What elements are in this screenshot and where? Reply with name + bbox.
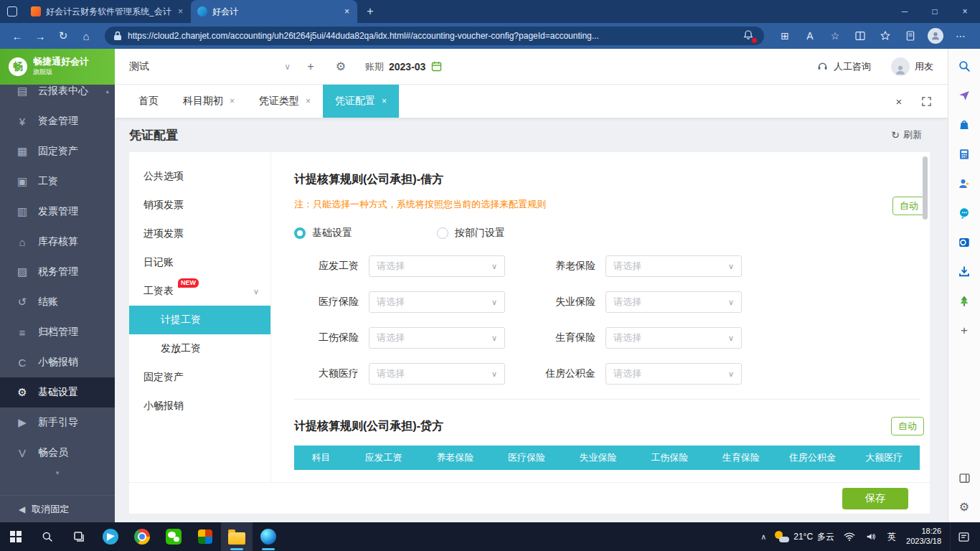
edge-icon[interactable] (253, 522, 284, 551)
reload-button[interactable]: ↻ (53, 26, 73, 46)
person-star-icon[interactable] (956, 175, 973, 192)
notifications-blocked-icon[interactable] (743, 29, 755, 42)
sidebar-scroll-up-icon[interactable]: ▴ (105, 88, 109, 95)
period-picker[interactable]: 账期 2023-03 (365, 60, 443, 73)
office-grid-app-icon[interactable] (189, 522, 221, 551)
tab-close-icon[interactable]: × (382, 96, 387, 106)
subnav-expense[interactable]: 小畅报销 (129, 392, 270, 420)
favorite-add-icon[interactable]: ☆ (827, 28, 843, 44)
sidebar-item-member[interactable]: V畅会员 (0, 438, 115, 468)
taskbar-search-button[interactable] (32, 522, 63, 551)
home-button[interactable]: ⌂ (76, 26, 96, 46)
select-gongshang-baoxian[interactable]: 请选择∨ (369, 327, 505, 349)
save-button[interactable]: 保存 (842, 488, 908, 509)
panel-scrollbar[interactable] (923, 156, 928, 220)
task-view-button[interactable] (63, 522, 95, 551)
auto-config-button-credit[interactable]: 自动 (891, 417, 924, 435)
sidebar-item-archive[interactable]: ≡归档管理 (0, 317, 115, 347)
maximize-button[interactable]: □ (920, 0, 950, 23)
minimize-button[interactable]: ─ (890, 0, 920, 23)
input-language-indicator[interactable]: 英 (886, 531, 897, 543)
tree-icon[interactable] (956, 293, 973, 310)
bird-app-icon[interactable] (95, 522, 126, 551)
browser-tab-2[interactable]: 好会计 × (191, 0, 357, 23)
customize-sidebar-icon[interactable] (956, 469, 973, 486)
sidebar-item-invoices[interactable]: ▥发票管理 (0, 197, 115, 227)
outlook-icon[interactable] (956, 234, 973, 251)
browser-menu-icon[interactable]: ⋯ (953, 28, 969, 44)
subnav-salary-accrual[interactable]: 计提工资 (129, 306, 270, 334)
chat-icon[interactable] (956, 204, 973, 222)
profile-avatar[interactable] (928, 28, 943, 44)
subnav-salary-payment[interactable]: 发放工资 (129, 334, 270, 363)
account-settings-icon[interactable]: ⚙ (331, 57, 351, 77)
user-menu[interactable]: 用友 (891, 57, 933, 76)
select-shiye-baoxian[interactable]: 请选择∨ (606, 291, 742, 313)
subnav-common-options[interactable]: 公共选项 (129, 162, 270, 191)
hidden-icons-chevron[interactable]: ∧ (760, 532, 766, 542)
paper-plane-icon[interactable] (956, 87, 973, 104)
collections-icon[interactable] (903, 28, 918, 44)
workspaces-icon[interactable]: ⊞ (777, 28, 793, 44)
forward-button[interactable]: → (30, 26, 50, 46)
split-screen-icon[interactable] (852, 28, 868, 44)
subnav-fixed-assets[interactable]: 固定资产 (129, 363, 270, 392)
sidebar-item-salary[interactable]: ▣工资 (0, 166, 115, 197)
sidebar-item-cloud-reports[interactable]: ▤云报表中心 (0, 85, 115, 106)
tab-close-icon[interactable]: × (306, 96, 311, 106)
unpin-sidebar-button[interactable]: ◀ 取消固定 (0, 495, 115, 522)
sidebar-item-basic-settings[interactable]: ⚙基础设置 (0, 377, 115, 408)
select-yanglao-baoxian[interactable]: 请选择∨ (606, 255, 742, 277)
subnav-journal[interactable]: 日记账 (129, 248, 270, 277)
tab2-close-icon[interactable]: × (343, 6, 351, 17)
subnav-sales-invoice[interactable]: 销项发票 (129, 191, 270, 220)
tab1-close-icon[interactable]: × (176, 6, 184, 17)
auto-config-button-debit[interactable]: 自动 (892, 197, 925, 215)
tab-close-icon[interactable]: × (230, 96, 235, 106)
radio-basic-setting[interactable]: 基础设置 (294, 227, 352, 240)
favorites-bar-icon[interactable] (877, 28, 893, 44)
tab-voucher-config[interactable]: 凭证配置× (323, 85, 399, 118)
add-account-set-button[interactable]: + (301, 57, 321, 77)
select-yiliao-baoxian[interactable]: 请选择∨ (369, 291, 505, 313)
tab-home[interactable]: 首页 (126, 85, 171, 118)
sidebar-settings-icon[interactable]: ⚙ (956, 498, 973, 515)
chrome-icon[interactable] (126, 522, 158, 551)
address-bar[interactable]: https://cloud2.chanjet.com/accounting/uh… (105, 27, 764, 45)
file-explorer-icon[interactable] (221, 522, 253, 551)
radio-by-department[interactable]: 按部门设置 (437, 227, 505, 240)
network-icon[interactable] (843, 530, 856, 543)
add-sidebar-item-icon[interactable]: + (956, 322, 973, 339)
sidebar-item-guide[interactable]: ▶新手引导 (0, 408, 115, 438)
close-all-tabs-icon[interactable]: × (892, 94, 906, 108)
weather-widget[interactable]: 21°C 多云 (775, 531, 834, 543)
tab-opening-balance[interactable]: 科目期初× (171, 85, 247, 118)
back-button[interactable]: ← (7, 26, 27, 46)
read-aloud-icon[interactable]: A (802, 28, 818, 44)
drop-icon[interactable] (956, 263, 973, 281)
new-tab-button[interactable]: + (360, 1, 380, 22)
select-shengyu-baoxian[interactable]: 请选择∨ (606, 327, 742, 349)
select-dae-yiliao[interactable]: 请选择∨ (369, 363, 505, 385)
refresh-button[interactable]: ↻ 刷新 (891, 128, 922, 141)
subnav-salary-sheet[interactable]: 工资表 NEW ∨ (129, 277, 270, 306)
support-button[interactable]: 人工咨询 (816, 60, 871, 73)
close-window-button[interactable]: × (950, 0, 980, 23)
browser-tab-1[interactable]: 好会计云财务软件管理系统_会计 × (24, 0, 191, 23)
shopping-bag-icon[interactable] (956, 116, 973, 133)
volume-icon[interactable] (864, 530, 877, 543)
sidebar-item-funds[interactable]: ¥资金管理 (0, 106, 115, 136)
calculator-icon[interactable] (956, 146, 973, 163)
fullscreen-icon[interactable] (919, 94, 933, 108)
company-select[interactable]: 测试 ∨ (129, 60, 291, 73)
sidebar-item-tax[interactable]: ▨税务管理 (0, 257, 115, 287)
search-icon[interactable] (956, 57, 973, 75)
wechat-icon[interactable] (158, 522, 189, 551)
sidebar-scroll-down-icon[interactable]: ▾ (0, 469, 115, 476)
sidebar-item-expense[interactable]: C小畅报销 (0, 347, 115, 377)
action-center-icon[interactable] (950, 522, 977, 551)
sidebar-item-fixed-assets[interactable]: ▦固定资产 (0, 136, 115, 166)
taskbar-clock[interactable]: 18:26 2023/3/18 (906, 527, 941, 547)
start-button[interactable] (0, 522, 32, 551)
sidebar-item-closing[interactable]: ↺结账 (0, 287, 115, 317)
